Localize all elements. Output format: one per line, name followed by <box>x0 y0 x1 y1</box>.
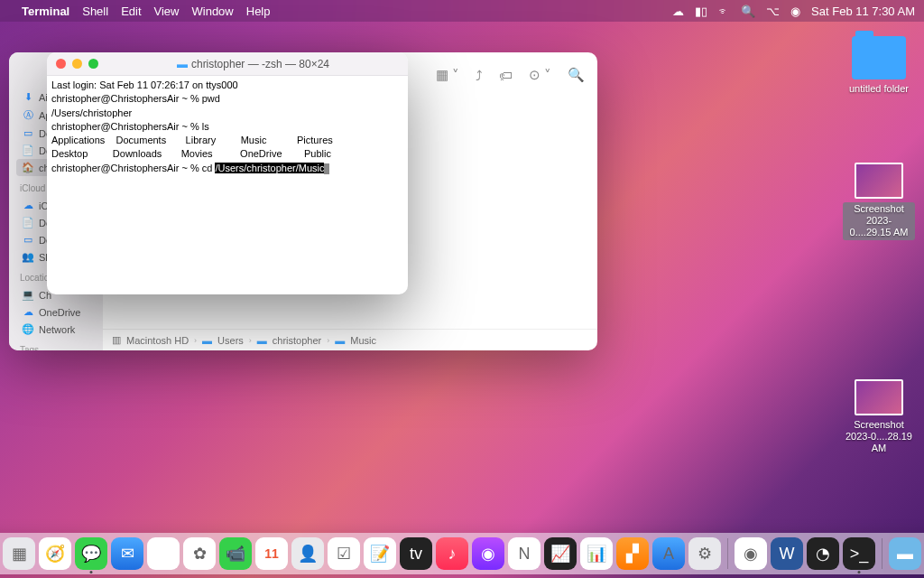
dock-app-music[interactable]: ♪ <box>436 537 468 570</box>
actions-icon[interactable]: ⊙ ˅ <box>529 67 551 83</box>
dock-app-news[interactable]: N <box>508 537 541 570</box>
wifi-icon[interactable]: ᯤ <box>718 5 730 18</box>
dock-app-numbers[interactable]: 📊 <box>580 537 613 570</box>
minimize-button[interactable] <box>72 59 82 69</box>
onedrive-status-icon[interactable]: ☁ <box>672 5 684 18</box>
dock-app-terminal[interactable]: >_ <box>843 537 875 570</box>
terminal-line: Last login: Sat Feb 11 07:26:17 on ttys0… <box>51 79 238 90</box>
spotlight-icon[interactable]: 🔍 <box>741 5 755 18</box>
terminal-highlighted-path: /Users/christopher/Music <box>215 163 324 173</box>
terminal-window[interactable]: ▬ christopher — -zsh — 80×24 Last login:… <box>47 52 408 294</box>
desktop-screenshot-1[interactable]: Screenshot 2023-0....29.15 AM <box>843 163 915 240</box>
dock-app-notes[interactable]: 📝 <box>364 537 396 570</box>
folder-icon: ▬ <box>177 58 188 70</box>
chevron-right-icon: › <box>249 336 252 345</box>
dock-app-messages[interactable]: 💬 <box>75 537 107 570</box>
battery-icon[interactable]: ▮▯ <box>695 5 707 18</box>
dock-app-facetime[interactable]: 📹 <box>219 537 252 570</box>
menu-edit[interactable]: Edit <box>121 5 141 18</box>
terminal-titlebar[interactable]: ▬ christopher — -zsh — 80×24 <box>47 52 408 76</box>
folder-icon: ▬ <box>202 335 212 346</box>
terminal-prompt: christopher@ChristophersAir ~ % cd <box>51 163 215 173</box>
menu-shell[interactable]: Shell <box>82 5 108 18</box>
app-menu[interactable]: Terminal <box>22 5 69 18</box>
desktop-screenshot-2-label: Screenshot 2023-0....28.19 AM <box>843 419 915 455</box>
menu-bar: Terminal Shell Edit View Window Help ☁ ▮… <box>0 0 924 22</box>
terminal-line: christopher@ChristophersAir ~ % pwd <box>51 93 220 104</box>
desktop-screenshot-2[interactable]: Screenshot 2023-0....28.19 AM <box>843 379 915 455</box>
view-mode-icon[interactable]: ▦ ˅ <box>436 67 459 83</box>
tag-icon[interactable]: 🏷 <box>499 68 513 83</box>
dock-app-podcasts[interactable]: ◉ <box>472 537 504 570</box>
menu-help[interactable]: Help <box>246 5 271 18</box>
zoom-button[interactable] <box>88 59 98 69</box>
dock-app-tv[interactable]: tv <box>400 537 432 570</box>
hdd-icon: ▥ <box>112 334 121 346</box>
dock-app-keynote[interactable]: ▞ <box>616 537 649 570</box>
path-segment[interactable]: Music <box>350 335 376 346</box>
dock-app-launchpad[interactable]: ▦ <box>3 537 35 570</box>
dock-app-safari[interactable]: 🧭 <box>39 537 71 570</box>
dock-app-steam[interactable]: ◔ <box>807 537 839 570</box>
path-segment[interactable]: Macintosh HD <box>126 335 189 346</box>
dock-app-contacts[interactable]: 👤 <box>291 537 324 570</box>
dock-app-maps[interactable]: 🗺 <box>147 537 180 570</box>
dock-app-folder[interactable]: ▬ <box>889 537 921 570</box>
dock-app-mail[interactable]: ✉ <box>111 537 143 570</box>
chevron-right-icon: › <box>327 336 329 345</box>
menu-view[interactable]: View <box>154 5 180 18</box>
siri-icon[interactable]: ◉ <box>790 5 800 18</box>
desktop-screenshot-1-label: Screenshot 2023-0....29.15 AM <box>843 202 915 240</box>
finder-pathbar: ▥ Macintosh HD › ▬ Users › ▬ christopher… <box>103 329 597 350</box>
terminal-line: Applications Documents Library Music Pic… <box>51 135 333 145</box>
path-segment[interactable]: christopher <box>273 335 321 346</box>
menu-clock[interactable]: Sat Feb 11 7:30 AM <box>811 5 915 18</box>
terminal-line: Desktop Downloads Movies OneDrive Public <box>51 148 331 159</box>
dock-app-stocks[interactable]: 📈 <box>544 537 577 570</box>
terminal-title: ▬ christopher — -zsh — 80×24 <box>107 58 399 70</box>
dock-app-photos[interactable]: ✿ <box>183 537 216 570</box>
desktop-folder[interactable]: untitled folder <box>843 36 915 95</box>
screenshot-thumb-icon <box>855 163 903 199</box>
folder-icon <box>852 36 906 79</box>
chevron-right-icon: › <box>194 336 197 345</box>
dock-app-appstore[interactable]: A <box>652 537 685 570</box>
dock: ☺▦🧭💬✉🗺✿📹11👤☑📝tv♪◉N📈📊▞A⚙◉W◔>_▬🗑 <box>0 533 924 574</box>
sidebar-item[interactable]: ☁OneDrive <box>16 303 96 321</box>
dock-app-word[interactable]: W <box>771 537 803 570</box>
sidebar-section-tags: Tags <box>20 345 96 350</box>
dock-app-reminders[interactable]: ☑ <box>328 537 360 570</box>
close-button[interactable] <box>56 59 66 69</box>
terminal-line: christopher@ChristophersAir ~ % ls <box>51 121 209 132</box>
terminal-line: /Users/christopher <box>51 107 132 118</box>
screenshot-thumb-icon <box>855 379 903 415</box>
sidebar-item[interactable]: 🌐Network <box>16 321 96 338</box>
terminal-body[interactable]: Last login: Sat Feb 11 07:26:17 on ttys0… <box>47 76 408 294</box>
dock-app-settings[interactable]: ⚙ <box>688 537 721 570</box>
menu-window[interactable]: Window <box>192 5 234 18</box>
terminal-cursor <box>324 163 329 174</box>
folder-icon: ▬ <box>335 335 345 346</box>
dock-app-calendar[interactable]: 11 <box>255 537 288 570</box>
desktop-folder-label: untitled folder <box>843 83 915 95</box>
folder-icon: ▬ <box>257 335 267 346</box>
search-icon[interactable]: 🔍 <box>568 67 585 83</box>
share-icon[interactable]: ⤴ <box>476 68 483 83</box>
control-center-icon[interactable]: ⌥ <box>766 5 780 18</box>
path-segment[interactable]: Users <box>217 335 244 346</box>
dock-app-chrome[interactable]: ◉ <box>735 537 767 570</box>
